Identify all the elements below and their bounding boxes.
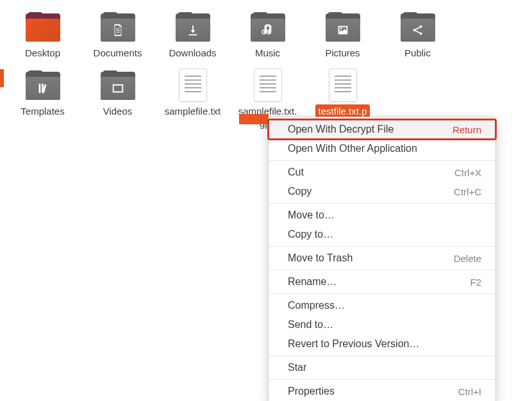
documents-icon <box>111 23 125 37</box>
download-icon <box>186 23 200 37</box>
menu-separator <box>269 160 495 161</box>
folder-icon <box>100 69 136 102</box>
menu-accel: Ctrl+I <box>458 386 481 397</box>
folder-icon <box>25 10 61 44</box>
videos-icon <box>111 81 125 95</box>
menu-open-with-decrypt[interactable]: Open With Decrypt File Return <box>269 120 495 139</box>
menu-label: Open With Decrypt File <box>288 124 394 135</box>
menu-accel: Ctrl+C <box>454 186 481 197</box>
menu-properties[interactable]: Properties Ctrl+I <box>269 382 495 401</box>
folder-icon <box>100 10 136 44</box>
share-icon <box>411 23 425 37</box>
item-label: Public <box>401 46 434 61</box>
menu-star[interactable]: Star <box>269 358 495 377</box>
textfile-icon <box>175 69 211 102</box>
textfile-icon <box>325 69 361 102</box>
menu-label: Revert to Previous Version… <box>288 338 419 350</box>
folder-icon <box>25 69 61 102</box>
selection-overflow <box>239 114 269 124</box>
svg-point-1 <box>419 25 422 28</box>
menu-label: Compress… <box>288 300 345 311</box>
item-label: Pictures <box>322 46 363 61</box>
menu-compress[interactable]: Compress… <box>269 296 495 315</box>
menu-separator <box>269 203 495 204</box>
folder-music[interactable]: Music <box>230 8 305 66</box>
textfile-icon <box>250 69 286 102</box>
menu-revert-previous[interactable]: Revert to Previous Version… <box>269 334 495 354</box>
menu-label: Copy <box>288 186 312 197</box>
svg-point-2 <box>419 32 422 35</box>
menu-accel: F2 <box>470 277 481 288</box>
menu-label: Rename… <box>288 276 337 288</box>
folder-icon <box>400 10 436 44</box>
menu-move-to-trash[interactable]: Move to Trash Delete <box>269 249 495 268</box>
menu-accel: Ctrl+X <box>454 167 481 178</box>
menu-label: Open With Other Application <box>288 143 417 154</box>
menu-separator <box>269 356 495 356</box>
folder-downloads[interactable]: Downloads <box>155 8 230 66</box>
item-label: Desktop <box>22 46 63 61</box>
file-samplefile-txt[interactable]: samplefile.txt <box>155 66 230 136</box>
folder-desktop[interactable]: Desktop <box>5 8 80 66</box>
folder-pictures[interactable]: Pictures <box>305 8 380 66</box>
folder-templates[interactable]: Templates <box>5 66 80 136</box>
menu-copy-to[interactable]: Copy to… <box>269 225 495 244</box>
menu-label: Send to… <box>288 319 333 331</box>
menu-accel: Return <box>453 124 481 135</box>
folder-videos[interactable]: Videos <box>80 66 155 136</box>
menu-separator <box>269 293 495 294</box>
folder-icon <box>250 10 286 44</box>
folder-documents[interactable]: Documents <box>80 8 155 66</box>
templates-icon <box>36 81 50 95</box>
context-menu: Open With Decrypt File Return Open With … <box>268 117 496 401</box>
menu-send-to[interactable]: Send to… <box>269 315 495 334</box>
folder-public[interactable]: Public <box>380 8 455 66</box>
menu-label: Star <box>288 362 306 373</box>
menu-open-with-other[interactable]: Open With Other Application <box>269 139 495 158</box>
menu-accel: Delete <box>454 253 481 264</box>
menu-separator <box>269 379 495 380</box>
item-label: Downloads <box>165 46 219 61</box>
menu-separator <box>269 246 495 247</box>
pictures-icon <box>336 23 350 37</box>
menu-label: Move to… <box>288 209 335 221</box>
item-label: Videos <box>100 104 136 119</box>
menu-move-to[interactable]: Move to… <box>269 206 495 225</box>
folder-icon <box>325 10 361 44</box>
menu-label: Properties <box>288 386 335 397</box>
window-edge-indicator <box>0 69 4 87</box>
menu-label: Cut <box>288 167 304 178</box>
folder-icon <box>175 10 211 44</box>
svg-point-0 <box>413 29 415 31</box>
menu-copy[interactable]: Copy Ctrl+C <box>269 182 495 201</box>
menu-label: Move to Trash <box>288 252 353 264</box>
item-label: Documents <box>90 46 145 61</box>
menu-separator <box>269 270 495 270</box>
menu-rename[interactable]: Rename… F2 <box>269 272 495 291</box>
item-label: Templates <box>17 104 67 119</box>
item-label: samplefile.txt <box>162 104 224 119</box>
item-label: Music <box>252 46 283 61</box>
music-icon <box>261 23 275 37</box>
menu-cut[interactable]: Cut Ctrl+X <box>269 163 495 182</box>
menu-label: Copy to… <box>288 229 333 240</box>
